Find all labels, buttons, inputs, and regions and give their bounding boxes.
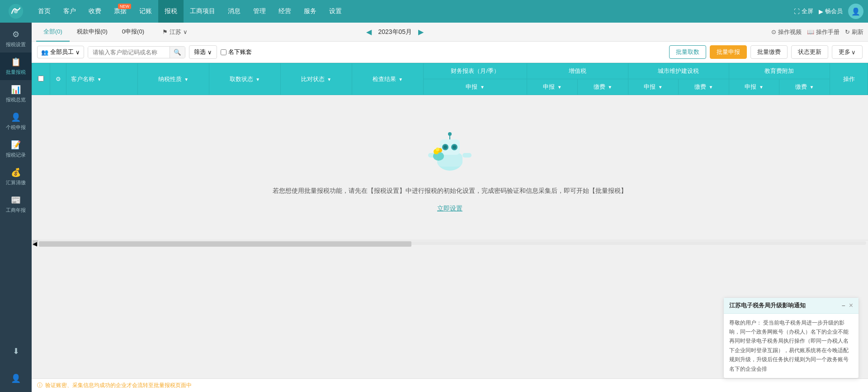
nav-invoice[interactable]: 票据 NEW <box>108 0 133 23</box>
th-check-result: 检查结果 ▼ <box>352 63 423 95</box>
employee-icon: 👥 <box>41 49 48 56</box>
batch-pay-button[interactable]: 批量缴费 <box>750 45 788 59</box>
th-vat-pay: 缴费 ▼ <box>578 79 628 95</box>
period-text: 2023年05月 <box>378 28 412 36</box>
nav-billing[interactable]: 收费 <box>82 0 108 23</box>
period-next-button[interactable]: ▶ <box>415 27 426 38</box>
svg-point-10 <box>448 132 452 136</box>
check-result-filter-icon[interactable]: ▼ <box>398 77 403 82</box>
notification-header: 江苏电子税务局升级影响通知 − × <box>724 298 859 314</box>
user-avatar[interactable]: 👤 <box>848 4 863 19</box>
employee-select[interactable]: 👥 全部员工 ∨ <box>37 46 84 58</box>
financial-declare-filter-icon[interactable]: ▼ <box>480 85 485 90</box>
checkbox-label[interactable]: 名下账套 <box>221 48 252 56</box>
tax-type-filter-icon[interactable]: ▼ <box>184 77 189 82</box>
filter-dropdown-icon: ∨ <box>208 49 212 56</box>
sidebar-item-tax-summary[interactable]: 📊 报税总览 <box>0 80 32 108</box>
search-input[interactable] <box>88 47 170 58</box>
city-pay-filter-icon[interactable]: ▼ <box>708 85 713 90</box>
toolbar: 👥 全部员工 ∨ 🔍 筛选 ∨ 名下账套 批量取数 批量申报 批量缴费 状态更新 <box>32 42 868 63</box>
sidebar-bottom: ⬇ 👤 <box>0 338 32 392</box>
vat-pay-filter-icon[interactable]: ▼ <box>608 85 612 90</box>
h-scroll-left[interactable]: ◀ <box>33 240 38 246</box>
client-name-filter-icon[interactable]: ▼ <box>97 77 102 82</box>
sidebar-item-tax-settings[interactable]: ⚙ 报税设置 <box>0 25 32 53</box>
fullscreen-button[interactable]: ⛶ 全屏 <box>794 7 813 15</box>
city-declare-filter-icon[interactable]: ▼ <box>658 85 663 90</box>
svg-point-16 <box>436 148 439 151</box>
province-icon: ⚑ <box>162 29 168 35</box>
th-city-pay: 缴费 ▼ <box>679 79 729 95</box>
th-gear: ⚙ <box>50 63 66 95</box>
bottom-bar-message: 验证账密、采集信息均成功的企业才会流转至批量报税页面中 <box>45 382 192 389</box>
search-button[interactable]: 🔍 <box>170 47 185 58</box>
fetch-status-filter-icon[interactable]: ▼ <box>255 77 260 82</box>
th-education-tax: 教育费附加 <box>729 63 830 79</box>
tab-zero-declare[interactable]: 0申报(0) <box>115 23 151 42</box>
th-edu-pay: 缴费 ▼ <box>779 79 830 95</box>
nav-service[interactable]: 服务 <box>297 0 323 23</box>
refresh-icon: ↻ <box>845 29 850 35</box>
more-dropdown-icon: ∨ <box>851 49 856 56</box>
annual-icon: 📰 <box>11 195 21 205</box>
svg-rect-12 <box>462 153 472 158</box>
setup-link[interactable]: 立即设置 <box>437 205 462 213</box>
sidebar-item-settlement[interactable]: 💰 汇算清缴 <box>0 163 32 191</box>
status-update-button[interactable]: 状态更新 <box>791 45 828 59</box>
sidebar-item-personal-tax[interactable]: 👤 个税申报 <box>0 108 32 135</box>
nav-business[interactable]: 工商项目 <box>184 0 222 23</box>
robot-illustration <box>423 122 477 177</box>
nav-accounting[interactable]: 记账 <box>133 0 158 23</box>
batch-fetch-button[interactable]: 批量取数 <box>669 45 706 59</box>
province-selector[interactable]: ⚑ 江苏 ∨ <box>159 28 191 36</box>
gear-icon[interactable]: ⚙ <box>56 76 61 82</box>
nav-settings[interactable]: 设置 <box>323 0 348 23</box>
refresh-button[interactable]: ↻ 刷新 <box>845 28 863 36</box>
nav-operation[interactable]: 经营 <box>272 0 297 23</box>
more-button[interactable]: 更多 ∨ <box>832 45 863 59</box>
bottom-bar: ⓘ 验证账密、采集信息均成功的企业才会流转至批量报税页面中 <box>32 378 868 392</box>
employee-dropdown-icon: ∨ <box>75 49 80 56</box>
app-logo[interactable] <box>5 2 27 20</box>
h-scroll-track <box>39 241 866 245</box>
th-tax-type: 纳税性质 ▼ <box>137 63 209 95</box>
member-button[interactable]: ▶ 畅会员 <box>819 7 843 15</box>
video-icon: ⊙ <box>771 29 776 35</box>
filter-button[interactable]: 筛选 ∨ <box>189 45 217 59</box>
svg-point-8 <box>453 145 456 149</box>
tab-all[interactable]: 全部(0) <box>36 23 70 42</box>
select-all-checkbox[interactable] <box>38 76 44 81</box>
sidebar: ⚙ 报税设置 📋 批量报税 📊 报税总览 👤 个税申报 📝 报税记录 💰 汇算清… <box>0 23 32 392</box>
name-account-checkbox[interactable] <box>221 49 226 55</box>
nav-message[interactable]: 消息 <box>222 0 247 23</box>
th-vat-declare: 申报 ▼ <box>527 79 578 95</box>
nav-tax[interactable]: 报税 <box>158 0 184 23</box>
h-scroll-thumb[interactable] <box>39 241 411 247</box>
operation-manual-button[interactable]: 📖 操作手册 <box>807 28 840 36</box>
sidebar-item-tax-record[interactable]: 📝 报税记录 <box>0 135 32 163</box>
operation-video-button[interactable]: ⊙ 操作视频 <box>771 28 802 36</box>
nav-manage[interactable]: 管理 <box>247 0 272 23</box>
dropdown-icon: ∨ <box>183 29 188 35</box>
th-vat: 增值税 <box>527 63 628 79</box>
sidebar-item-download[interactable]: ⬇ <box>0 338 32 365</box>
edu-declare-filter-icon[interactable]: ▼ <box>759 85 764 90</box>
period-prev-button[interactable]: ◀ <box>363 27 374 38</box>
sidebar-item-user[interactable]: 👤 <box>0 365 32 392</box>
notif-minimize-button[interactable]: − <box>841 302 845 309</box>
notification-body: 尊敬的用户： 受当前电子税务局进一步升级的影响，同一个政务网账号（办税人）名下的… <box>724 314 859 378</box>
tab-tax-declare[interactable]: 税款申报(0) <box>70 23 115 42</box>
batch-declare-button[interactable]: 批量申报 <box>710 45 747 59</box>
edu-pay-filter-icon[interactable]: ▼ <box>810 85 814 90</box>
vat-declare-filter-icon[interactable]: ▼ <box>557 85 562 90</box>
compare-status-filter-icon[interactable]: ▼ <box>327 77 331 82</box>
notif-close-button[interactable]: × <box>849 301 853 310</box>
th-check <box>32 63 50 95</box>
th-financial-report: 财务报表（月/季） <box>423 63 527 79</box>
empty-message: 若您想使用批量报税功能，请先在【报税设置】中进行报税的初始化设置，完成密码验证和… <box>273 186 627 196</box>
nav-customer[interactable]: 客户 <box>57 0 82 23</box>
sidebar-item-annual-report[interactable]: 📰 工商年报 <box>0 191 32 218</box>
sidebar-item-batch-tax[interactable]: 📋 批量报税 <box>0 53 32 80</box>
nav-home[interactable]: 首页 <box>32 0 57 23</box>
th-city-tax: 城市维护建设税 <box>628 63 729 79</box>
